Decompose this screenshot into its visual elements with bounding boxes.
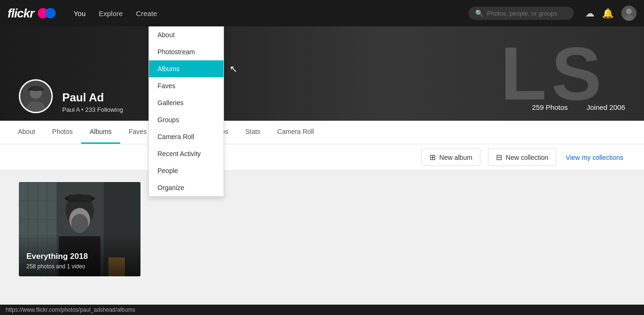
subnav-stats[interactable]: Stats — [237, 121, 269, 144]
album-overlay: Everything 2018 258 photos and 1 video — [19, 233, 140, 276]
dropdown-item-albums[interactable]: Albums ↖ — [149, 60, 223, 77]
dropdown-item-people[interactable]: People — [149, 162, 223, 179]
search-bar: 🔍 — [469, 7, 574, 20]
new-collection-label: New collection — [506, 154, 548, 161]
album-count: 258 photos and 1 video — [26, 263, 133, 270]
dropdown-item-recent-activity[interactable]: Recent Activity — [149, 145, 223, 162]
profile-meta: Paul A • 233 Following — [62, 106, 123, 113]
nav-explore[interactable]: Explore — [92, 0, 129, 26]
subnav-camera-roll[interactable]: Camera Roll — [269, 121, 322, 144]
subnav-photostream[interactable]: Photos — [44, 121, 82, 144]
svg-point-1 — [626, 8, 632, 14]
stat-joined: Joined 2006 — [586, 103, 625, 111]
profile-fullname: Paul A — [62, 106, 80, 113]
flickr-dots — [38, 8, 56, 18]
profile-stats: 259 Photos Joined 2006 — [532, 103, 625, 113]
new-collection-button[interactable]: ⊟ New collection — [488, 149, 556, 166]
profile-text: Paul Ad Paul A • 233 Following — [62, 91, 123, 113]
status-url: https://www.flickr.com/photos/paul_adshe… — [6, 307, 135, 313]
search-icon: 🔍 — [475, 9, 483, 17]
profile-avatar[interactable] — [19, 79, 53, 113]
profile-following: • — [82, 106, 85, 113]
albums-bar: ⊞ New album ⊟ New collection View my col… — [0, 144, 644, 171]
topnav: flickr You Explore Create 🔍 ☁ 🔔 About Ph… — [0, 0, 644, 26]
upload-icon[interactable]: ☁ — [585, 8, 594, 19]
dropdown-item-faves[interactable]: Faves — [149, 77, 223, 94]
profile-following-count: 233 Following — [85, 106, 123, 113]
dropdown-item-groups[interactable]: Groups — [149, 111, 223, 128]
svg-rect-21 — [68, 195, 91, 202]
profile-name: Paul Ad — [62, 91, 123, 104]
stat-photos: 259 Photos — [532, 103, 568, 111]
new-album-icon: ⊞ — [429, 153, 436, 162]
dropdown-item-camera-roll[interactable]: Camera Roll — [149, 128, 223, 145]
bell-icon[interactable]: 🔔 — [602, 8, 614, 19]
stat-photos-value: 259 Photos — [532, 103, 568, 111]
you-dropdown: About Photostream Albums ↖ Faves Galleri… — [149, 26, 224, 197]
view-collections-link[interactable]: View my collections — [564, 150, 625, 165]
new-album-label: New album — [439, 154, 472, 161]
subnav-albums[interactable]: Albums — [81, 121, 120, 144]
dropdown-item-about[interactable]: About — [149, 26, 223, 43]
profile-info: Paul Ad Paul A • 233 Following — [19, 79, 532, 113]
logo-text: flickr — [8, 6, 34, 21]
nav-links: You Explore Create — [67, 0, 461, 26]
svg-point-7 — [30, 86, 42, 91]
dropdown-item-galleries[interactable]: Galleries — [149, 94, 223, 111]
subnav-about[interactable]: About — [9, 121, 44, 144]
avatar[interactable] — [621, 6, 636, 21]
new-collection-icon: ⊟ — [496, 153, 502, 162]
status-bar: https://www.flickr.com/photos/paul_adshe… — [0, 305, 644, 315]
nav-you[interactable]: You — [67, 0, 92, 26]
album-title: Everything 2018 — [26, 252, 133, 261]
profile-banner: LS Paul Ad Paul A • 233 Following 259 Ph… — [0, 26, 644, 121]
stat-joined-value: Joined 2006 — [586, 103, 625, 111]
dot-blue-icon — [45, 8, 56, 18]
nav-create[interactable]: Create — [129, 0, 164, 26]
new-album-button[interactable]: ⊞ New album — [421, 149, 480, 166]
svg-point-19 — [71, 214, 88, 233]
subnav: About Photos Albums Faves Galleries Grou… — [0, 121, 644, 144]
search-input[interactable] — [487, 10, 567, 17]
topnav-icons: ☁ 🔔 — [585, 6, 636, 21]
album-card[interactable]: Everything 2018 258 photos and 1 video — [19, 182, 140, 276]
dropdown-item-organize[interactable]: Organize — [149, 179, 223, 196]
flickr-logo[interactable]: flickr — [8, 6, 34, 21]
albums-content: Everything 2018 258 photos and 1 video — [0, 171, 644, 290]
dropdown-item-photostream[interactable]: Photostream — [149, 43, 223, 60]
